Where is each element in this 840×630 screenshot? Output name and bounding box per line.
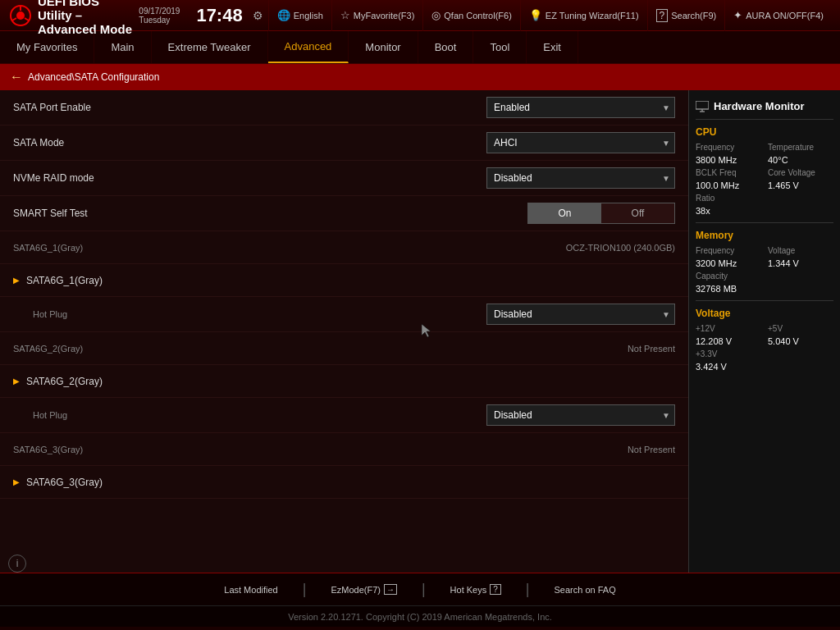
- main-content: SATA Port Enable Enabled Disabled ▼ SATA…: [0, 90, 840, 573]
- toggle-on-button[interactable]: On: [528, 203, 601, 223]
- footer-divider-1: |: [303, 581, 307, 598]
- setting-sata6g2-expand[interactable]: ▶ SATA6G_2(Gray): [0, 365, 688, 398]
- breadcrumb-path: Advanced\SATA Configuration: [28, 71, 159, 83]
- mem-capacity-spacer: [768, 272, 833, 281]
- sata6g3-expand-label: SATA6G_3(Gray): [26, 477, 675, 488]
- aura-label: AURA ON/OFF(F4): [746, 11, 824, 21]
- nav-tool[interactable]: Tool: [473, 31, 527, 63]
- setting-nvme-raid: NVMe RAID mode Disabled Enabled ▼: [0, 161, 688, 196]
- ez-mode-link[interactable]: EzMode(F7) →: [331, 584, 397, 595]
- sata-port-enable-select[interactable]: Enabled Disabled: [486, 97, 675, 118]
- toolbar-qfan[interactable]: ◎ Qfan Control(F6): [422, 0, 520, 31]
- hot-keys-link[interactable]: Hot Keys ?: [450, 584, 501, 595]
- setting-sata-mode: SATA Mode AHCI IDE RAID ▼: [0, 126, 688, 161]
- setting-sata6g3-expand[interactable]: ▶ SATA6G_3(Gray): [0, 466, 688, 499]
- aura-icon: ✦: [733, 9, 742, 21]
- smart-toggle: On Off: [527, 203, 675, 224]
- nav-boot[interactable]: Boot: [418, 31, 474, 63]
- nvme-raid-label: NVMe RAID mode: [13, 172, 486, 184]
- cpu-memory-divider: [696, 222, 833, 223]
- svg-point-1: [16, 11, 25, 20]
- footer: Last Modified | EzMode(F7) → | Hot Keys …: [0, 573, 840, 605]
- cpu-stats-grid: Frequency Temperature 3800 MHz 40°C BCLK…: [696, 143, 833, 216]
- nvme-raid-control: Disabled Enabled ▼: [486, 167, 675, 189]
- question-icon: ?: [656, 9, 669, 22]
- expand-arrow-icon: ▶: [13, 377, 20, 386]
- expand-arrow-icon: ▶: [13, 276, 20, 285]
- sata-port-enable-wrapper: Enabled Disabled ▼: [486, 97, 675, 118]
- expand-arrow-icon: ▶: [13, 477, 20, 486]
- nav-exit[interactable]: Exit: [527, 31, 578, 63]
- memory-stats-grid: Frequency Voltage 3200 MHz 1.344 V Capac…: [696, 246, 833, 294]
- core-voltage-label: Core Voltage: [768, 168, 833, 177]
- time-display: 17:48: [189, 5, 249, 26]
- v12-value: 12.208 V: [696, 336, 761, 346]
- core-voltage-value: 1.465 V: [768, 180, 833, 190]
- nav-monitor[interactable]: Monitor: [349, 31, 418, 63]
- v12-label: +12V: [696, 324, 761, 333]
- voltage-section-title: Voltage: [696, 308, 833, 319]
- settings-panel: SATA Port Enable Enabled Disabled ▼ SATA…: [0, 90, 688, 573]
- nav-extreme-tweaker[interactable]: Extreme Tweaker: [152, 31, 268, 63]
- last-modified-link[interactable]: Last Modified: [224, 585, 277, 595]
- hotplug1-wrapper: Disabled Enabled ▼: [486, 304, 675, 325]
- ezmode-label: EzMode(F7): [331, 585, 381, 595]
- setting-sata6g1-expand[interactable]: ▶ SATA6G_1(Gray): [0, 264, 688, 297]
- toolbar-aura[interactable]: ✦ AURA ON/OFF(F4): [724, 0, 832, 31]
- cpu-section-title: CPU: [696, 126, 833, 138]
- sata-mode-wrapper: AHCI IDE RAID ▼: [486, 132, 675, 153]
- v5-value: 5.040 V: [768, 336, 833, 346]
- search-faq-link[interactable]: Search on FAQ: [555, 585, 616, 595]
- hotplug1-control: Disabled Enabled ▼: [486, 304, 675, 325]
- hotplug1-select[interactable]: Disabled Enabled: [486, 304, 675, 325]
- toolbar-eztuning[interactable]: 💡 EZ Tuning Wizard(F11): [520, 0, 647, 31]
- search-label: Search(F9): [671, 11, 716, 21]
- nav-main[interactable]: Main: [94, 31, 151, 63]
- toolbar-myfavorite[interactable]: ☆ MyFavorite(F3): [331, 0, 423, 31]
- monitor-icon: [696, 101, 709, 112]
- bclk-label: BCLK Freq: [696, 168, 761, 177]
- cpu-freq-value: 3800 MHz: [696, 155, 761, 165]
- date-text: 09/17/2019: [139, 7, 180, 16]
- settings-gear-icon[interactable]: ⚙: [253, 9, 263, 22]
- setting-sata-port-enable: SATA Port Enable Enabled Disabled ▼: [0, 90, 688, 126]
- datetime-block: 09/17/2019 Tuesday 17:48 ⚙: [139, 5, 262, 26]
- hotplug2-select[interactable]: Disabled Enabled: [486, 404, 675, 426]
- star-icon: ☆: [340, 9, 350, 21]
- sata-mode-label: SATA Mode: [13, 137, 486, 148]
- nav-advanced[interactable]: Advanced: [268, 31, 349, 63]
- cpu-temp-value: 40°C: [768, 155, 833, 165]
- cpu-freq-label: Frequency: [696, 143, 761, 152]
- breadcrumb: ← Advanced\SATA Configuration: [0, 64, 840, 90]
- v33-label: +3.3V: [696, 349, 761, 358]
- sata-mode-select[interactable]: AHCI IDE RAID: [486, 132, 675, 153]
- hotplug1-label: Hot Plug: [25, 309, 486, 319]
- day-text: Tuesday: [139, 16, 180, 25]
- version-bar: Version 2.20.1271. Copyright (C) 2019 Am…: [0, 605, 840, 627]
- mem-capacity-label: Capacity: [696, 272, 761, 281]
- svg-line-4: [12, 18, 16, 21]
- ratio-value: 38x: [696, 206, 761, 216]
- nvme-raid-select[interactable]: Disabled Enabled: [486, 167, 675, 189]
- back-arrow-icon[interactable]: ←: [10, 70, 23, 84]
- eztuning-label: EZ Tuning Wizard(F11): [546, 11, 639, 21]
- setting-hotplug-1: Hot Plug Disabled Enabled ▼: [0, 297, 688, 332]
- toolbar-english[interactable]: 🌐 English: [268, 0, 331, 31]
- toolbar-items: 🌐 English ☆ MyFavorite(F3) ◎ Qfan Contro…: [268, 0, 832, 31]
- toggle-off-button[interactable]: Off: [601, 203, 674, 223]
- bios-header: UEFI BIOS Utility – Advanced Mode 09/17/…: [0, 0, 840, 31]
- sata6g3-device-info: Not Present: [628, 445, 675, 454]
- nav-my-favorites[interactable]: My Favorites: [0, 31, 94, 63]
- cpu-temp-label: Temperature: [768, 143, 833, 152]
- info-icon-button[interactable]: i: [8, 555, 26, 573]
- sata6g3-section-label: SATA6G_3(Gray): [13, 445, 628, 454]
- smart-self-test-control: On Off: [527, 203, 675, 224]
- tuning-icon: 💡: [529, 9, 542, 21]
- svg-line-3: [25, 18, 29, 21]
- toolbar-search[interactable]: ? Search(F9): [647, 0, 725, 31]
- sata6g1-device-info: OCZ-TRION100 (240.0GB): [566, 243, 675, 253]
- globe-icon: 🌐: [277, 9, 290, 21]
- hotplug2-wrapper: Disabled Enabled ▼: [486, 404, 675, 426]
- hotplug2-label: Hot Plug: [25, 410, 486, 420]
- ratio-spacer: [768, 194, 833, 203]
